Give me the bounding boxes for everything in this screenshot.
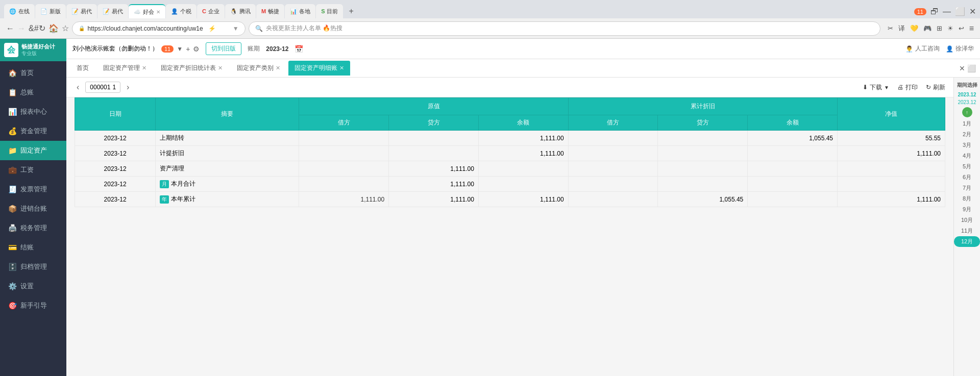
period-month-12[interactable]: 12月 <box>954 236 980 247</box>
window-close-button[interactable]: ✕ <box>969 7 976 16</box>
logo-sub: 专业版 <box>21 50 55 57</box>
customer-service-link[interactable]: 👨‍💼 人工咨询 <box>905 44 940 53</box>
back-button[interactable]: ← <box>6 24 14 33</box>
period-panel: 期间选择 2023.12 2023.12 ↑ 1月 2月 3月 4月 5月 6月… <box>953 78 980 376</box>
add-account-icon[interactable]: + <box>186 45 190 53</box>
period-month-9[interactable]: 9月 <box>954 204 980 215</box>
address-bar: ← → &#↻ 🏠 ☆ 🔒 https://cloud.chanjet.com/… <box>0 18 980 39</box>
sidebar-item-home[interactable]: 🏠 首页 <box>0 63 66 83</box>
close-panel-button[interactable]: ✕ <box>959 64 965 72</box>
fixed-assets-icon: 📁 <box>8 146 16 155</box>
period-month-4[interactable]: 4月 <box>954 151 980 161</box>
period-month-2[interactable]: 2月 <box>954 129 980 140</box>
company-dropdown-icon[interactable]: ▼ <box>177 45 183 53</box>
tab-close-mgmt[interactable]: ✕ <box>142 65 146 71</box>
sidebar-item-reports[interactable]: 📊 报表中心 <box>0 102 66 121</box>
forward-button[interactable]: → <box>17 24 26 33</box>
wallet-button[interactable]: 💛 <box>910 24 918 32</box>
tab-close-cat[interactable]: ✕ <box>276 65 280 71</box>
subheader-orig-credit: 贷方 <box>389 115 479 131</box>
browser-tab-yidai1[interactable]: 📝易代 <box>66 4 97 18</box>
sidebar-item-ledger[interactable]: 📋 总账 <box>0 83 66 102</box>
download-button[interactable]: ⬇ 下载 ▼ <box>863 83 889 92</box>
version-switch-button[interactable]: 切到旧版 <box>206 42 241 55</box>
scissors-button[interactable]: ✂ <box>888 24 893 32</box>
period-month-6[interactable]: 6月 <box>954 172 980 183</box>
browser-tab-tengxun[interactable]: 🐧腾讯 <box>225 4 256 18</box>
tab-fixed-assets-mgmt[interactable]: 固定资产管理 ✕ <box>97 61 153 76</box>
search-bar[interactable]: 🔍 央视更新主持人名单 🔥热搜 <box>249 21 880 36</box>
calendar-icon[interactable]: 📅 <box>295 45 303 53</box>
grid-button[interactable]: ⊞ <box>937 24 942 32</box>
tab-fixed-assets-detail[interactable]: 固定资产明细账 ✕ <box>288 61 350 76</box>
download-dropdown-icon[interactable]: ▼ <box>884 85 889 90</box>
tab-fixed-assets-category[interactable]: 固定资产类别 ✕ <box>231 61 286 76</box>
print-button[interactable]: 🖨 打印 <box>897 83 918 92</box>
sidebar-item-archive[interactable]: 🗄️ 归档管理 <box>0 257 66 277</box>
window-maximize-button[interactable]: ⬜ <box>955 7 965 16</box>
translate-button[interactable]: 译 <box>898 24 905 33</box>
prev-page-button[interactable]: ‹ <box>75 82 81 93</box>
sidebar-item-payroll[interactable]: 💼 工资 <box>0 160 66 180</box>
browser-tab-new[interactable]: 📄新版 <box>35 4 66 18</box>
page-count: 1 <box>112 84 116 91</box>
sidebar-item-close-accounts[interactable]: 💳 结账 <box>0 238 66 257</box>
print-icon: 🖨 <box>897 84 903 91</box>
app-header: 刘小艳演示账套（勿删勿动！） 11 ▼ + ⚙ 切到旧版 账期 2023-12 … <box>66 39 980 59</box>
url-dropdown-icon[interactable]: ▼ <box>233 25 239 32</box>
theme-button[interactable]: ☀ <box>947 24 953 32</box>
period-label: 账期 <box>248 44 260 53</box>
sidebar-label-tax: 税务管理 <box>20 223 47 233</box>
tab-close-dep[interactable]: ✕ <box>218 65 223 71</box>
refresh-page-button[interactable]: &#↻ <box>29 23 45 33</box>
company-badge: 11 <box>161 45 174 53</box>
table-container: 日期 摘要 原值 累计折旧 净值 借方 贷方 余额 借方 <box>66 97 953 215</box>
period-month-5[interactable]: 5月 <box>954 161 980 172</box>
browser-tab-haokuai[interactable]: ☁️好会✕ <box>129 4 165 18</box>
tab-depreciation-table[interactable]: 固定资产折旧统计表 ✕ <box>155 61 229 76</box>
sidebar-item-tax[interactable]: 🖨️ 税务管理 <box>0 218 66 238</box>
tab-close-detail[interactable]: ✕ <box>339 65 344 71</box>
browser-tab-changjie[interactable]: M畅捷 <box>256 4 284 18</box>
refresh-button[interactable]: ↻ 刷新 <box>926 83 945 92</box>
browser-tab-qiye[interactable]: C企业 <box>197 4 225 18</box>
sidebar-item-fixed-assets[interactable]: 📁 固定资产 <box>0 141 66 160</box>
browser-tab-yidai2[interactable]: 📝易代 <box>97 4 128 18</box>
browser-tab-online[interactable]: 🌐在线 <box>4 4 35 18</box>
period-month-7[interactable]: 7月 <box>954 183 980 193</box>
invoice-icon: 🧾 <box>8 185 16 193</box>
period-month-11[interactable]: 11月 <box>954 225 980 236</box>
maximize-panel-button[interactable]: ⬜ <box>967 64 976 72</box>
user-account[interactable]: 👤 徐泽华 <box>946 44 974 53</box>
history-button[interactable]: ↩ <box>959 24 964 32</box>
sidebar-item-invoice[interactable]: 🧾 发票管理 <box>0 180 66 199</box>
sidebar-item-guide[interactable]: 🎯 新手引导 <box>0 296 66 315</box>
browser-tab-geshui[interactable]: 👤个税 <box>166 4 197 18</box>
sidebar-item-funds[interactable]: 💰 资金管理 <box>0 121 66 141</box>
tab-restore-button[interactable]: 🗗 <box>930 7 939 16</box>
period-month-8[interactable]: 8月 <box>954 193 980 204</box>
period-month-10[interactable]: 10月 <box>954 215 980 225</box>
tab-close-icon[interactable]: ✕ <box>156 9 160 15</box>
settings-account-icon[interactable]: ⚙ <box>193 45 200 53</box>
window-minimize-button[interactable]: — <box>943 7 951 16</box>
period-month-1[interactable]: 1月 <box>954 118 980 129</box>
period-up-icon[interactable]: ↑ <box>962 107 972 117</box>
sidebar-label-archive: 归档管理 <box>20 262 47 271</box>
sidebar-label-inventory: 进销台账 <box>20 204 47 213</box>
tab-home[interactable]: 首页 <box>70 61 95 76</box>
home-button[interactable]: 🏠 <box>48 23 59 33</box>
bookmark-button[interactable]: ☆ <box>62 23 69 33</box>
next-page-button[interactable]: › <box>125 82 131 93</box>
period-year-highlight[interactable]: 2023.12 <box>957 98 977 106</box>
sidebar-item-inventory[interactable]: 📦 进销台账 <box>0 199 66 218</box>
browser-tab-gedi[interactable]: 📊各地 <box>285 4 315 18</box>
menu-button[interactable]: ≡ <box>969 24 974 33</box>
sidebar-item-settings[interactable]: ⚙️ 设置 <box>0 277 66 296</box>
url-bar[interactable]: 🔒 https://cloud.chanjet.com/accounting/u… <box>72 21 246 36</box>
game-button[interactable]: 🎮 <box>923 24 932 32</box>
period-month-3[interactable]: 3月 <box>954 140 980 151</box>
browser-tab-muqian[interactable]: S目前 <box>316 4 343 18</box>
new-tab-button[interactable]: + <box>344 4 358 18</box>
period-year-selected[interactable]: 2023.12 <box>957 91 977 98</box>
